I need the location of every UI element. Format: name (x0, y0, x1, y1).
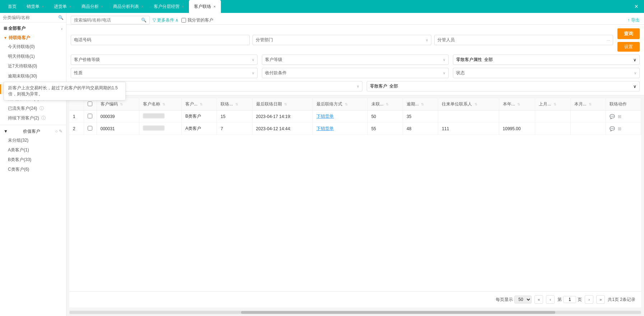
page-input: 第 页 (557, 296, 582, 303)
price-level-filter[interactable]: 客户价格等级 ∨ (71, 55, 258, 65)
my-customer-checkbox[interactable]: 我分管的客户 (181, 17, 213, 23)
payment-filter[interactable]: 收付款条件 ∨ (262, 68, 449, 78)
row2-actions: 💬 ⊞ (606, 123, 641, 135)
search-input[interactable] (74, 18, 140, 23)
sidebar-overdue-contact[interactable]: 逾期未联络(30) (0, 71, 66, 81)
sidebar-churned[interactable]: 已流失客户(24) ⓘ (0, 104, 66, 113)
customer-type-filter[interactable]: 客户类型 ∨ (89, 81, 362, 91)
row1-grid-icon[interactable]: ⊞ (618, 114, 621, 119)
row2-method-link[interactable]: 下销货单 (316, 126, 334, 131)
nav-home[interactable]: 首页 (3, 0, 22, 13)
row2-chat-icon[interactable]: 💬 (610, 126, 615, 131)
row1-name (139, 110, 181, 123)
sidebar-collapse-icon[interactable]: › (61, 27, 62, 31)
retail-prop-arrow: ∨ (633, 57, 636, 62)
export-button[interactable]: ↑ 导出 (627, 17, 640, 23)
dept-arrow: ∨ (426, 38, 428, 42)
sidebar-search-input[interactable] (3, 15, 57, 20)
per-page-selector: 每页显示 50 (496, 296, 532, 303)
close-customer-segment[interactable]: × (182, 4, 184, 9)
my-customer-check[interactable] (181, 18, 186, 23)
col-overdue: 逾期... ⇅ (403, 98, 438, 110)
status-filter[interactable]: 状态 ∨ (453, 68, 640, 78)
nav-product-analysis[interactable]: 商品分析 × (77, 0, 108, 13)
chevron-up-icon: ∧ (175, 18, 179, 23)
sort-icon-type: ⇅ (200, 102, 203, 106)
row1-index: 1 (69, 110, 84, 123)
nav-sales-order[interactable]: 销货单 × (22, 0, 49, 13)
dept-filter[interactable]: 分管部门 ∨ (252, 35, 431, 45)
row2-grid-icon[interactable]: ⊞ (618, 126, 621, 131)
content-area: 🔍 ▽ 更多条件 ∧ 我分管的客户 ↑ 导出 (66, 13, 644, 316)
search-icon[interactable]: 🔍 (141, 18, 147, 23)
value-customer-group-header[interactable]: ▼ 价值客户 ○ ✎ (0, 127, 66, 136)
sidebar-class-a[interactable]: A类客户(1) (0, 145, 66, 155)
filter-bar: 🔍 ▽ 更多条件 ∧ 我分管的客户 ↑ 导出 (66, 13, 644, 25)
more-conditions-button[interactable]: ▽ 更多条件 ∧ (153, 17, 179, 23)
sidebar-today-pending[interactable]: 今天待联络(0) (0, 42, 66, 52)
select-all-checkbox[interactable] (88, 102, 92, 106)
close-sales-order[interactable]: × (42, 4, 44, 9)
sort-icon-associated: ⇅ (474, 102, 477, 106)
customer-level-filter[interactable]: 客户等级 ∨ (262, 55, 449, 65)
next-page-button[interactable]: › (585, 295, 593, 304)
status-arrow: ∨ (634, 71, 636, 75)
col-last-month: 上月... ⇅ (535, 98, 570, 110)
col-uncontacted: 未联... ⇅ (367, 98, 403, 110)
value-group-edit-icons[interactable]: ○ ✎ (55, 129, 62, 134)
nature-filter[interactable]: 性质 ∨ (71, 68, 258, 78)
row1-method-link[interactable]: 下销货单 (316, 114, 334, 119)
row2-associated: 111 (438, 123, 499, 135)
close-customer-contact[interactable]: × (213, 4, 216, 9)
row2-checkbox[interactable] (88, 126, 92, 131)
col-associated: 往来单位联系人 ⇅ (438, 98, 499, 110)
sidebar-declining[interactable]: 持续下滑客户(2) ⓘ (0, 113, 66, 123)
sidebar-7days-pending[interactable]: 近7天待联络(0) (0, 61, 66, 71)
row2-checkbox-cell (84, 123, 97, 135)
sidebar-class-c[interactable]: C类客户(6) (0, 165, 66, 174)
page-number-input[interactable] (563, 296, 576, 303)
sidebar-unclassified[interactable]: 未分组(32) (0, 136, 66, 145)
nav-purchase-order[interactable]: 进货单 × (49, 0, 76, 13)
sort-icon-overdue: ⇅ (421, 102, 424, 106)
all-customers-header[interactable]: ⊞ 全部客户 › (0, 23, 66, 33)
row2-last-method: 下销货单 (313, 123, 367, 135)
row1-last-date: 2023-04-17 14:19: (252, 110, 313, 123)
pending-contact-group[interactable]: ▼ 待联络客户 (0, 33, 66, 42)
prev-page-button[interactable]: ‹ (546, 295, 555, 304)
col-this-month: 本月... ⇅ (570, 98, 606, 110)
row1-checkbox[interactable] (88, 114, 92, 118)
first-page-button[interactable]: « (534, 295, 543, 304)
expand-arrow: ▼ (4, 36, 7, 40)
nav-customer-contact[interactable]: 客户联络 × (189, 0, 221, 13)
table-wrapper[interactable]: 客户编码 ⇅ 客户名称 ⇅ 客户... ⇅ (69, 98, 641, 291)
nav-product-analysis-list[interactable]: 商品分析列表 × (108, 0, 148, 13)
close-product-analysis-list[interactable]: × (141, 4, 143, 9)
person-filter[interactable]: 分管人员 ··· (434, 35, 613, 45)
info-icon-declining: ⓘ (41, 115, 46, 121)
row1-last-method: 下销货单 (313, 110, 367, 123)
per-page-select[interactable]: 50 (514, 296, 532, 303)
settings-button[interactable]: 设置 (617, 42, 640, 52)
phone-filter[interactable]: 电话号码 (71, 35, 250, 45)
sidebar-class-b[interactable]: B类客户(33) (0, 155, 66, 165)
customer-table: 客户编码 ⇅ 客户名称 ⇅ 客户... ⇅ (69, 98, 641, 135)
window-close-button[interactable]: × (631, 3, 641, 10)
row1-chat-icon[interactable]: 💬 (610, 114, 615, 119)
last-page-button[interactable]: » (596, 295, 605, 304)
scrollbar-thumb[interactable] (241, 311, 556, 314)
close-product-analysis[interactable]: × (101, 4, 103, 9)
type-arrow: ∨ (357, 84, 359, 88)
nav-customer-segment[interactable]: 客户分层经营 × (149, 0, 189, 13)
close-purchase-order[interactable]: × (69, 4, 71, 9)
row2-contact: 7 (217, 123, 252, 135)
horizontal-scrollbar[interactable] (69, 310, 641, 315)
row2-name (139, 123, 181, 135)
price-arrow: ∨ (252, 58, 254, 62)
nature-arrow: ∨ (252, 71, 254, 75)
sidebar-search-icon[interactable]: 🔍 (58, 15, 64, 20)
sidebar-tomorrow-pending[interactable]: 明天待联络(1) (0, 52, 66, 61)
col-name: 客户名称 ⇅ (139, 98, 181, 110)
query-button[interactable]: 查询 (617, 28, 640, 39)
row1-code: 000039 (97, 110, 139, 123)
